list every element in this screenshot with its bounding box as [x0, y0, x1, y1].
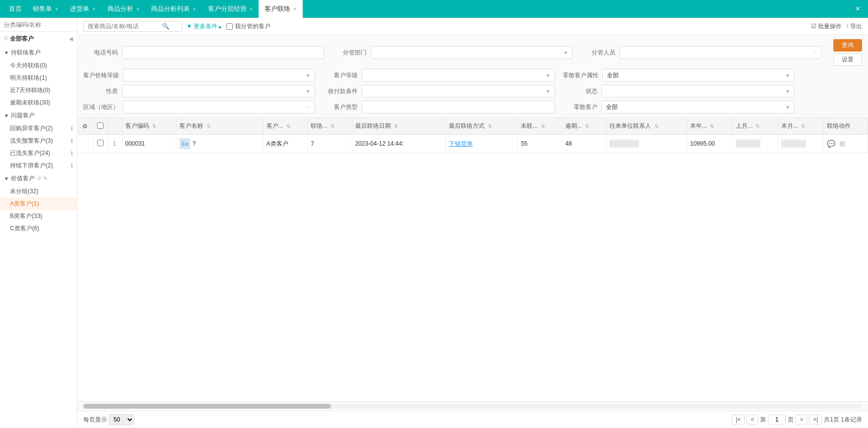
- action-grid-icon[interactable]: ⊞: [839, 140, 845, 148]
- customer-type-input[interactable]: [362, 101, 555, 113]
- tab-product-analysis-list-close[interactable]: ×: [193, 6, 196, 12]
- nav-tab-product-analysis-list[interactable]: 商品分析列表 ×: [145, 0, 202, 18]
- col-last-month[interactable]: 上月... ⇅: [733, 118, 778, 135]
- all-customers-label: 全部客户: [10, 35, 34, 43]
- tab-customer-contact-close[interactable]: ×: [293, 6, 296, 12]
- nav-tab-purchase[interactable]: 进货单 ×: [64, 0, 101, 18]
- batch-ops-label: 批量操作: [818, 22, 842, 31]
- sidebar-item-c-customers[interactable]: C类客户(6): [0, 222, 77, 235]
- row-checkbox-cell[interactable]: [93, 135, 107, 153]
- my-customers-filter[interactable]: 我分管的客户: [226, 22, 271, 31]
- action-chat-icon[interactable]: 💬: [827, 140, 835, 148]
- sidebar-item-repurchase-abnormal[interactable]: 回购异常客户(2) ℹ: [0, 122, 77, 135]
- value-customers-refresh-icon[interactable]: ↺: [37, 175, 41, 182]
- person-input[interactable]: ···: [619, 46, 821, 59]
- col-action: 联络动作: [823, 118, 868, 135]
- col-overdue[interactable]: 逾期... ⇅: [562, 118, 606, 135]
- problem-customers-label: 问题客户: [11, 111, 35, 120]
- filter-search-input[interactable]: [88, 23, 162, 30]
- nature-dropdown[interactable]: ▼: [122, 85, 315, 98]
- sidebar-item-week-pending[interactable]: 近7天待联络(0): [0, 84, 77, 97]
- row-last-contact-method-cell[interactable]: 下销货单: [446, 135, 518, 153]
- sidebar-value-customers-group[interactable]: ▼ 价值客户 ↺ ✎: [0, 172, 77, 185]
- nav-tab-sales[interactable]: 销售单 ×: [27, 0, 64, 18]
- page-number-input[interactable]: [768, 415, 786, 425]
- customer-level-dropdown-icon: ▼: [545, 73, 550, 78]
- sidebar-item-today-pending[interactable]: 今天待联络(0): [0, 59, 77, 72]
- per-page-select[interactable]: 50 100 200: [109, 414, 134, 425]
- payment-dropdown[interactable]: ▼: [362, 85, 555, 98]
- select-all-checkbox[interactable]: [97, 122, 104, 129]
- horizontal-scrollbar[interactable]: [77, 401, 868, 411]
- sidebar-all-customers[interactable]: ⠿ 全部客户 ◀: [0, 32, 77, 46]
- sidebar-item-ungrouped[interactable]: 未分组(32): [0, 185, 77, 198]
- col-this-month[interactable]: 本月... ⇅: [778, 118, 823, 135]
- all-customers-collapse-icon[interactable]: ◀: [69, 36, 73, 42]
- col-checkbox[interactable]: [93, 118, 107, 135]
- scatter-attr-dropdown[interactable]: 全部 ▼: [602, 69, 795, 82]
- sidebar-item-loss-warning[interactable]: 流失预警客户(3) ℹ: [0, 135, 77, 147]
- row-checkbox[interactable]: [97, 140, 104, 146]
- status-dropdown[interactable]: ▼: [601, 85, 795, 98]
- col-unit-contact[interactable]: 往来单位联系人 ⇅: [606, 118, 687, 135]
- sidebar-problem-customers-group[interactable]: ▼ 问题客户: [0, 109, 77, 122]
- col-no-contact[interactable]: 未联... ⇅: [518, 118, 562, 135]
- col-last-contact-date[interactable]: 最后联络日期 ⇅: [352, 118, 446, 135]
- sidebar-item-declining-customers[interactable]: 持续下滑客户(2) ℹ: [0, 160, 77, 172]
- page-last-button[interactable]: >|: [809, 415, 822, 425]
- price-level-dropdown[interactable]: ▼: [123, 69, 315, 82]
- close-all-tabs[interactable]: ×: [852, 4, 864, 13]
- settings-button[interactable]: 设置: [833, 54, 862, 66]
- col-gear[interactable]: ⚙: [77, 118, 93, 135]
- col-code[interactable]: 客户编码 ⇅: [122, 118, 176, 135]
- payment-dropdown-icon: ▼: [545, 89, 550, 94]
- col-customer-type[interactable]: 客户... ⇅: [263, 118, 308, 135]
- dept-label: 分管部门: [332, 49, 367, 57]
- sidebar-item-lost-customers[interactable]: 已流失客户(24) ℹ: [0, 147, 77, 160]
- tab-customer-segment-close[interactable]: ×: [250, 6, 253, 12]
- nav-tab-customer-segment[interactable]: 客户分层经营 ×: [202, 0, 259, 18]
- sidebar-search-input[interactable]: [4, 21, 77, 28]
- row-this-month-cell: [778, 135, 823, 153]
- contact-method-link[interactable]: 下销货单: [449, 140, 473, 147]
- col-code-sort-icon: ⇅: [152, 123, 156, 129]
- col-contact-count[interactable]: 联络... ⇅: [308, 118, 352, 135]
- nav-tab-customer-contact[interactable]: 客户联络 ×: [259, 0, 302, 18]
- sidebar-pending-contact-group[interactable]: ▼ 待联络客户: [0, 46, 77, 59]
- col-this-year[interactable]: 本年... ⇅: [687, 118, 732, 135]
- dept-dropdown[interactable]: ▼: [371, 46, 573, 59]
- col-unit-contact-sort-icon: ⇅: [654, 123, 658, 129]
- filter-row-2: 客户价格等级 ▼ 客户等级 ▼ 零散客户属性 全部: [83, 69, 862, 82]
- page-next-button[interactable]: >: [796, 415, 807, 425]
- nav-home[interactable]: 首页: [4, 0, 27, 18]
- phone-input[interactable]: [122, 46, 324, 59]
- tab-product-analysis-list-label: 商品分析列表: [151, 4, 190, 13]
- tab-sales-close[interactable]: ×: [55, 6, 58, 12]
- value-customers-edit-icon[interactable]: ✎: [43, 175, 48, 182]
- my-customers-checkbox[interactable]: [226, 23, 233, 30]
- page-prev-button[interactable]: <: [747, 415, 758, 425]
- scatter-value: 全部: [606, 103, 618, 111]
- sidebar-item-overdue-pending[interactable]: 逾期未联络(30): [0, 97, 77, 109]
- tab-customer-contact-label: 客户联络: [265, 4, 290, 13]
- sidebar-item-tomorrow-pending[interactable]: 明天待联络(1): [0, 72, 77, 84]
- col-customer-type-sort-icon: ⇅: [286, 123, 290, 129]
- tab-purchase-close[interactable]: ×: [92, 6, 95, 12]
- scatter-dropdown[interactable]: 全部 ▼: [601, 101, 795, 113]
- batch-operations-button[interactable]: ☑ 批量操作: [811, 22, 842, 31]
- filter-more-conditions[interactable]: ▼ 更多条件 ▲: [186, 22, 222, 31]
- region-input[interactable]: ···: [123, 101, 315, 113]
- page-first-button[interactable]: |<: [732, 415, 745, 425]
- horizontal-scrollbar-thumb[interactable]: [83, 404, 331, 409]
- query-button[interactable]: 查询: [833, 39, 862, 52]
- tab-product-analysis-close[interactable]: ×: [136, 6, 139, 12]
- nav-tab-product-analysis[interactable]: 商品分析 ×: [102, 0, 145, 18]
- col-last-contact-method[interactable]: 最后联络方式 ⇅: [446, 118, 518, 135]
- col-name[interactable]: 客户名称 ⇅: [176, 118, 263, 135]
- customer-level-dropdown[interactable]: ▼: [362, 69, 555, 82]
- filter-field-phone: 电话号码: [83, 46, 324, 59]
- sidebar-item-b-customers[interactable]: B类客户(33): [0, 210, 77, 222]
- sidebar-item-a-customers[interactable]: A类客户(1): [0, 198, 77, 210]
- export-button[interactable]: ↑ 导出: [846, 22, 862, 31]
- filter-row-3: 性质 ▼ 收付款条件 ▼ 状态: [83, 85, 862, 98]
